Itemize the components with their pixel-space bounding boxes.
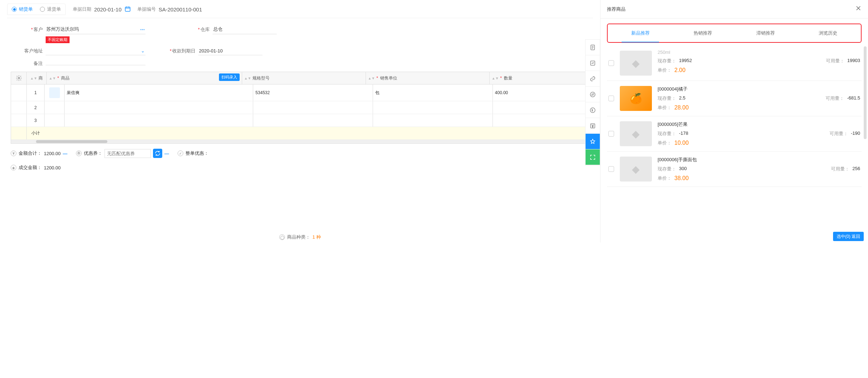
warehouse-field[interactable]: 总仓 [213,25,277,34]
row-spec[interactable] [253,114,373,127]
doc-date-label: 单据日期 [73,6,91,12]
avail-value: 19903 [847,58,860,64]
col-qty[interactable]: ▲▼*数量 [490,72,589,84]
item-checkbox[interactable] [608,166,614,172]
row-no: 1 [27,85,45,101]
chart-icon [589,60,596,66]
tool-star[interactable] [586,134,600,149]
item-checkbox[interactable] [608,131,614,137]
row-name[interactable] [65,114,253,127]
price-value: 2.00 [674,67,685,73]
table-row[interactable]: 3 [11,114,589,127]
tool-doc[interactable] [586,40,600,55]
yen-icon [589,123,596,129]
address-label: 客户地址 [11,48,43,54]
refresh-icon [154,150,161,157]
radio-icon [12,7,17,12]
row-qty[interactable]: 400.00 [493,85,589,101]
tab-hot-recommend[interactable]: 热销推荐 [672,26,735,41]
recommend-item[interactable]: ◆ 250ml 现存量：19952 可用量：19903 单价：2.00 [607,46,862,81]
select-return-button[interactable]: 选中(0) 返回 [833,232,864,241]
due-date-label: *收款到期日 [163,48,195,54]
row-name[interactable]: 果倍爽 [65,85,253,101]
due-date-value: 2020-01-10 [199,48,223,53]
grid-settings-button[interactable] [11,72,27,84]
tab-new-recommend[interactable]: 新品推荐 [609,26,672,41]
item-checkbox[interactable] [608,96,614,101]
close-icon [855,5,862,11]
tab-sale-order[interactable]: 销货单 [12,6,33,12]
table-row[interactable]: 2 [11,101,589,114]
row-no: 2 [27,101,45,114]
vertical-scrollbar[interactable] [864,46,867,139]
col-unit[interactable]: ▲▼*销售单位 [366,72,490,84]
row-unit[interactable] [373,101,493,114]
tool-chart[interactable] [586,55,600,71]
item-name: 250ml [658,50,860,55]
tab-return-order[interactable]: 退货单 [40,6,61,12]
sum-value: 1200.00 [44,151,61,156]
recommend-item[interactable]: ◆ [0000005]芒果 现存量：-178 可用量：-190 单价：10.00 [607,116,862,152]
item-thumbnail: ◆ [620,51,652,76]
horizontal-scrollbar[interactable] [11,140,589,143]
tab-sale-label: 销货单 [19,6,33,12]
coupon-input[interactable] [104,149,151,158]
stock-value: 300 [679,166,687,172]
close-button[interactable] [855,5,862,13]
remark-field[interactable] [46,62,145,65]
row-qty[interactable] [493,114,589,127]
calendar-icon[interactable] [124,6,131,13]
price-value: 28.00 [674,104,689,111]
doc-date-value[interactable]: 2020-01-10 [94,6,122,12]
price-label: 单价： [658,104,672,111]
scan-input-button[interactable]: 扫码录入 [219,73,240,81]
discount-icon: ✓ [178,150,183,156]
row-qty[interactable] [493,101,589,114]
row-spec[interactable] [253,101,373,114]
refresh-button[interactable] [153,149,162,158]
row-name[interactable] [65,101,253,114]
tool-lack[interactable] [586,102,600,118]
due-date-field[interactable]: 2020-01-10 [198,47,262,55]
svg-rect-0 [125,7,130,11]
yen-icon: ¥ [11,150,16,156]
row-unit[interactable] [373,114,493,127]
deal-label: 成交金额： [19,164,42,171]
recommend-item[interactable]: ◆ [0000006]手撕面包 现存量：300 可用量：256 单价：38.00 [607,152,862,187]
table-row[interactable]: 1 果倍爽 534532 包 400.00 [11,85,589,101]
stock-value: 19952 [679,58,692,64]
price-label: 单价： [658,140,672,146]
col-product[interactable]: ▲▼*商品 扫码录入 [47,72,242,84]
remark-label: 备注 [11,60,43,67]
avail-label: 可用量： [826,58,844,64]
tool-link[interactable] [586,71,600,87]
gear-icon [16,75,22,81]
chevron-down-icon[interactable]: ⌄ [141,48,145,53]
item-name: [0000005]芒果 [658,121,860,128]
stock-label: 现存量： [658,131,676,137]
item-name: [0000006]手撕面包 [658,157,860,163]
price-label: 单价： [658,67,672,73]
item-checkbox[interactable] [608,60,614,66]
doc-no-value: SA-20200110-001 [159,6,202,12]
col-image[interactable]: ▲▼商 [27,72,47,84]
dash-icon: — [63,151,67,156]
row-unit[interactable]: 包 [373,85,493,101]
tool-expand[interactable] [586,149,600,165]
tab-browse-history[interactable]: 浏览历史 [797,26,860,41]
address-field[interactable]: ⌄ [46,47,145,55]
tool-yen[interactable] [586,118,600,134]
price-label: 单价： [658,175,672,182]
col-spec[interactable]: ▲▼规格型号 [242,72,366,84]
no-fixed-period-tag: 不固定账期 [46,36,70,43]
ellipsis-icon[interactable]: ⋯ [140,27,145,32]
tool-swap[interactable] [586,87,600,102]
tab-slow-recommend[interactable]: 滞销推荐 [734,26,797,41]
recommend-item[interactable]: 🍊 [0000004]橘子 现存量：2.5 可用量：-681.5 单价：28.0… [607,81,862,116]
item-thumbnail: 🍊 [620,86,652,111]
stock-label: 现存量： [658,58,676,64]
customer-field[interactable]: 苏州万达沃尔玛 ⋯ [46,25,145,34]
line-items-grid: ▲▼商 ▲▼*商品 扫码录入 ▲▼规格型号 ▲▼*销售单位 ▲▼*数量 1 果倍… [11,72,589,144]
coupon-icon: 券 [76,150,82,156]
row-spec[interactable]: 534532 [253,85,373,101]
